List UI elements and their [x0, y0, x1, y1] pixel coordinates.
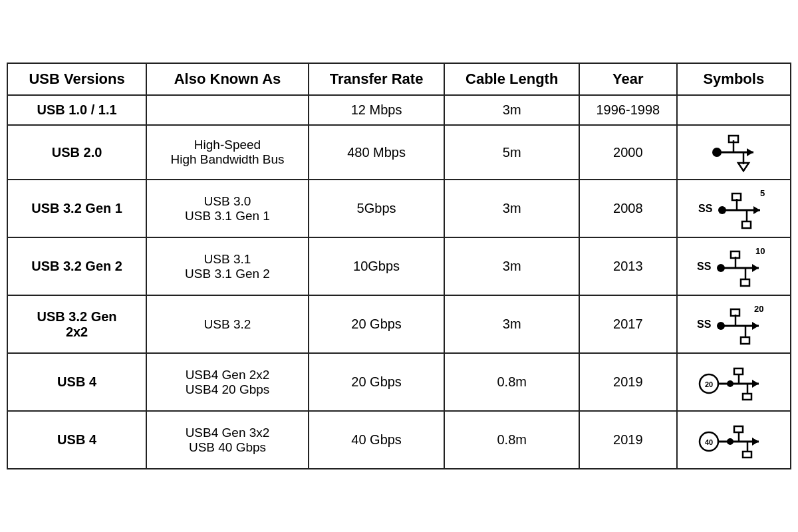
cell-symbol: [677, 95, 791, 125]
svg-marker-37: [752, 380, 759, 388]
svg-text:40: 40: [705, 438, 713, 446]
col-header-cable: Cable Length: [444, 63, 579, 95]
svg-text:SS: SS: [698, 203, 713, 214]
svg-rect-23: [741, 279, 749, 286]
cell-symbol: [677, 125, 791, 180]
cell-symbol: 40: [677, 411, 791, 469]
cell-year: 2019: [579, 353, 676, 411]
col-header-version: USB Versions: [7, 63, 146, 95]
svg-rect-42: [743, 394, 751, 400]
cell-year: 2013: [579, 237, 676, 295]
svg-marker-27: [752, 322, 759, 330]
cell-symbol: SS 20: [677, 295, 791, 353]
svg-rect-40: [734, 368, 743, 374]
cell-cable-length: 3m: [444, 237, 579, 295]
cell-transfer-rate: 480 Mbps: [309, 125, 444, 180]
cell-version: USB 4: [7, 353, 146, 411]
header-row: USB Versions Also Known As Transfer Rate…: [7, 63, 791, 95]
svg-rect-32: [741, 337, 749, 344]
svg-rect-51: [743, 452, 751, 458]
col-header-symbols: Symbols: [677, 63, 791, 95]
cell-cable-length: 0.8m: [444, 411, 579, 469]
cell-year: 2000: [579, 125, 676, 180]
cell-transfer-rate: 10Gbps: [309, 237, 444, 295]
col-header-aka: Also Known As: [146, 63, 309, 95]
cell-aka: High-Speed High Bandwidth Bus: [146, 125, 309, 180]
cell-cable-length: 0.8m: [444, 353, 579, 411]
table-row: USB 4USB4 Gen 2x2 USB4 20 Gbps20 Gbps0.8…: [7, 353, 791, 411]
table-row: USB 3.2 Gen 1USB 3.0 USB 3.1 Gen 15Gbps3…: [7, 180, 791, 237]
cell-version: USB 3.2 Gen 2: [7, 237, 146, 295]
svg-marker-9: [753, 206, 760, 214]
col-header-year: Year: [579, 63, 676, 95]
cell-version: USB 3.2 Gen 2x2: [7, 295, 146, 353]
table-row: USB 2.0High-Speed High Bandwidth Bus480 …: [7, 125, 791, 180]
table-row: USB 3.2 Gen 2x2USB 3.220 Gbps3m2017 SS 2…: [7, 295, 791, 353]
cell-transfer-rate: 20 Gbps: [309, 295, 444, 353]
cell-transfer-rate: 20 Gbps: [309, 353, 444, 411]
svg-point-10: [718, 206, 726, 214]
svg-marker-18: [752, 264, 759, 272]
svg-marker-46: [752, 438, 759, 446]
table-row: USB 1.0 / 1.112 Mbps3m1996-1998: [7, 95, 791, 125]
cell-aka: USB 3.2: [146, 295, 309, 353]
cell-symbol: SS 10: [677, 237, 791, 295]
svg-text:SS: SS: [697, 261, 712, 272]
cell-aka: USB4 Gen 3x2 USB 40 Gbps: [146, 411, 309, 469]
cell-cable-length: 3m: [444, 180, 579, 237]
cell-transfer-rate: 12 Mbps: [309, 95, 444, 125]
cell-transfer-rate: 5Gbps: [309, 180, 444, 237]
svg-point-2: [712, 148, 722, 157]
cell-version: USB 3.2 Gen 1: [7, 180, 146, 237]
table-row: USB 4USB4 Gen 3x2 USB 40 Gbps40 Gbps0.8m…: [7, 411, 791, 469]
svg-text:20: 20: [754, 304, 763, 314]
cell-symbol: SS 5: [677, 180, 791, 237]
table-row: USB 3.2 Gen 2USB 3.1 USB 3.1 Gen 210Gbps…: [7, 237, 791, 295]
cell-cable-length: 3m: [444, 295, 579, 353]
svg-rect-14: [742, 221, 751, 228]
cell-version: USB 1.0 / 1.1: [7, 95, 146, 125]
cell-version: USB 2.0: [7, 125, 146, 180]
cell-year: 2019: [579, 411, 676, 469]
svg-point-28: [717, 322, 725, 330]
cell-cable-length: 5m: [444, 125, 579, 180]
cell-year: 2017: [579, 295, 676, 353]
svg-text:20: 20: [705, 380, 713, 388]
svg-rect-49: [734, 426, 743, 432]
col-header-transfer: Transfer Rate: [309, 63, 444, 95]
cell-aka: [146, 95, 309, 125]
svg-point-47: [727, 438, 733, 445]
usb-versions-table: USB Versions Also Known As Transfer Rate…: [7, 63, 791, 469]
cell-version: USB 4: [7, 411, 146, 469]
cell-aka: USB4 Gen 2x2 USB4 20 Gbps: [146, 353, 309, 411]
svg-text:5: 5: [760, 188, 765, 198]
cell-aka: USB 3.1 USB 3.1 Gen 2: [146, 237, 309, 295]
svg-text:SS: SS: [697, 319, 712, 330]
cell-aka: USB 3.0 USB 3.1 Gen 1: [146, 180, 309, 237]
svg-text:10: 10: [755, 246, 765, 256]
svg-point-38: [727, 380, 733, 387]
cell-cable-length: 3m: [444, 95, 579, 125]
cell-year: 1996-1998: [579, 95, 676, 125]
svg-point-19: [717, 264, 725, 272]
cell-symbol: 20: [677, 353, 791, 411]
cell-transfer-rate: 40 Gbps: [309, 411, 444, 469]
cell-year: 2008: [579, 180, 676, 237]
svg-marker-1: [747, 148, 753, 156]
